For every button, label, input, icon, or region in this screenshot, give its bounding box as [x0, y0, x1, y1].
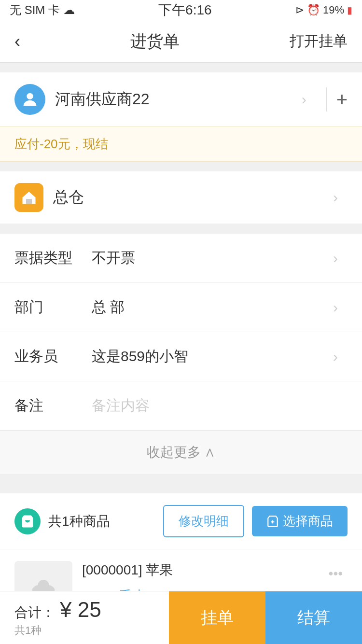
- status-left: 无 SIM 卡 ☁: [10, 2, 75, 18]
- select-product-button[interactable]: 选择商品: [252, 506, 348, 536]
- warehouse-row[interactable]: 总仓 ›: [0, 171, 362, 224]
- fields-section: 票据类型 不开票 › 部门 总 部 › 业务员 这是859的小智 › 备注 备注…: [0, 233, 362, 474]
- status-right: ⊳ ⏰ 19% ▮: [295, 4, 352, 16]
- dept-chevron-icon: ›: [333, 299, 338, 316]
- dept-value: 总 部: [92, 297, 333, 317]
- warehouse-icon: [14, 183, 43, 212]
- dept-label: 部门: [14, 297, 92, 317]
- battery-icon: ▮: [347, 4, 352, 16]
- divider-1: [0, 162, 362, 171]
- warehouse-chevron-icon: ›: [333, 189, 338, 206]
- invoice-row[interactable]: 票据类型 不开票 ›: [0, 233, 362, 282]
- open-hang-button[interactable]: 打开挂单: [290, 31, 348, 51]
- cart-plus-icon: [266, 515, 279, 528]
- product-more-button[interactable]: •••: [324, 561, 348, 586]
- supplier-section: 河南供应商22 › + 应付-20元，现结: [0, 72, 362, 162]
- back-button[interactable]: ‹: [14, 31, 20, 52]
- warehouse-section: 总仓 ›: [0, 171, 362, 224]
- warehouse-name: 总仓: [53, 187, 333, 208]
- product-section-icon: [14, 508, 41, 534]
- supplier-divider: [326, 87, 327, 112]
- home-icon: [20, 189, 38, 206]
- top-divider: [0, 63, 362, 72]
- supplier-chevron-icon: ›: [302, 91, 306, 108]
- supplier-row[interactable]: 河南供应商22 › +: [0, 72, 362, 126]
- total-label: 合计：: [14, 603, 55, 622]
- product-count: 共1种商品: [48, 512, 163, 531]
- total-amount: ¥ 25: [60, 598, 101, 622]
- supplier-name: 河南供应商22: [55, 89, 302, 110]
- nav-bar: ‹ 进货单 打开挂单: [0, 20, 362, 63]
- divider-2: [0, 224, 362, 233]
- product-name: [0000001] 苹果: [82, 561, 324, 579]
- product-id: [0000001]: [82, 562, 142, 577]
- bottom-total: 合计： ¥ 25 共1种: [0, 598, 169, 638]
- sim-status: 无 SIM 卡 ☁: [10, 2, 75, 18]
- supplier-avatar: [14, 84, 45, 115]
- product-title-name: 苹果: [146, 562, 173, 577]
- location-icon: ⊳: [295, 4, 304, 16]
- alarm-icon: ⏰: [307, 4, 320, 16]
- sales-label: 业务员: [14, 347, 92, 366]
- hang-button[interactable]: 挂单: [169, 591, 265, 644]
- divider-3: [0, 474, 362, 484]
- note-row[interactable]: 备注 备注内容: [0, 381, 362, 430]
- product-header: 共1种商品 修改明细 选择商品: [0, 493, 362, 549]
- total-count: 共1种: [14, 624, 42, 636]
- invoice-value: 不开票: [92, 248, 333, 268]
- alert-banner: 应付-20元，现结: [0, 126, 362, 162]
- checkout-button[interactable]: 结算: [265, 591, 362, 644]
- note-label: 备注: [14, 396, 92, 416]
- sales-row[interactable]: 业务员 这是859的小智 ›: [0, 332, 362, 381]
- note-input[interactable]: 备注内容: [92, 396, 348, 416]
- user-icon: [20, 90, 40, 109]
- total-sub: 共1种: [14, 622, 154, 638]
- status-bar: 无 SIM 卡 ☁ 下午6:16 ⊳ ⏰ 19% ▮: [0, 0, 362, 20]
- svg-point-0: [27, 93, 33, 99]
- collapse-button[interactable]: 收起更多 ∧: [0, 430, 362, 474]
- status-time: 下午6:16: [158, 1, 212, 19]
- page-title: 进货单: [130, 30, 180, 53]
- add-supplier-button[interactable]: +: [336, 90, 348, 109]
- shopping-icon: [20, 514, 35, 529]
- battery-level: 19%: [323, 4, 344, 16]
- total-row: 合计： ¥ 25: [14, 598, 154, 622]
- sales-value: 这是859的小智: [92, 347, 333, 366]
- invoice-chevron-icon: ›: [333, 250, 338, 266]
- svg-rect-1: [26, 199, 32, 204]
- dept-row[interactable]: 部门 总 部 ›: [0, 282, 362, 332]
- bottom-bar: 合计： ¥ 25 共1种 挂单 结算: [0, 591, 362, 644]
- sales-chevron-icon: ›: [333, 349, 338, 365]
- edit-detail-button[interactable]: 修改明细: [163, 505, 244, 537]
- select-product-label: 选择商品: [283, 513, 333, 530]
- invoice-label: 票据类型: [14, 248, 92, 268]
